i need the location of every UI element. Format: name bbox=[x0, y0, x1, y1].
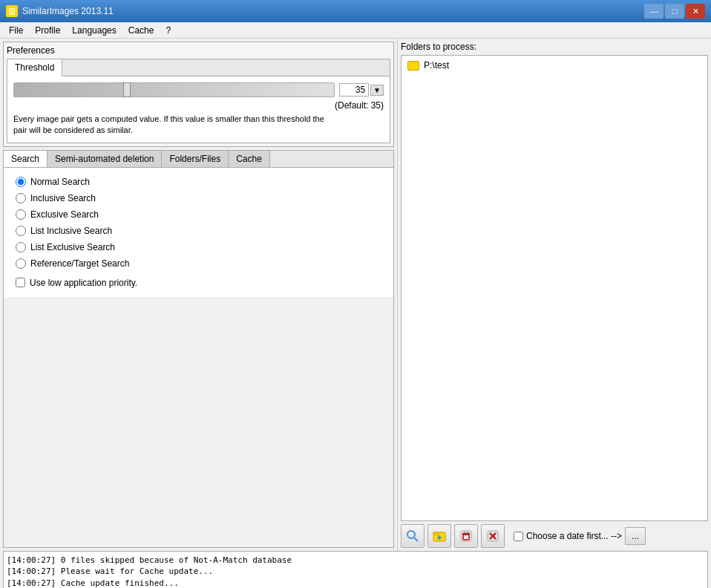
search-tab-headers: Search Semi-automated deletion Folders/F… bbox=[4, 151, 393, 168]
tab-cache[interactable]: Cache bbox=[229, 151, 270, 167]
menu-help[interactable]: ? bbox=[160, 24, 177, 37]
minimize-button[interactable]: — bbox=[644, 4, 664, 19]
radio-inclusive-search[interactable]: Inclusive Search bbox=[16, 193, 381, 203]
search-icon bbox=[406, 529, 419, 543]
radio-list-exclusive-search-label: List Exclusive Search bbox=[30, 242, 115, 252]
radio-reference-target-search[interactable]: Reference/Target Search bbox=[16, 258, 381, 269]
title-bar: 🖼 SimilarImages 2013.11 — □ ✕ bbox=[0, 0, 711, 22]
low-priority-checkbox-item[interactable]: Use low application priority. bbox=[16, 278, 381, 288]
cancel-button[interactable] bbox=[481, 524, 505, 548]
radio-list-exclusive-search-input[interactable] bbox=[16, 242, 26, 252]
menu-cache[interactable]: Cache bbox=[122, 24, 160, 37]
cancel-icon bbox=[486, 529, 499, 543]
log-area[interactable]: [14:00:27] 0 files skipped because of No… bbox=[3, 551, 708, 588]
log-line: [14:00:27] Cache update finished... bbox=[7, 578, 704, 588]
menu-languages[interactable]: Languages bbox=[66, 24, 122, 37]
window-title: SimilarImages 2013.11 bbox=[22, 6, 644, 16]
log-line: [14:00:27] 0 files skipped because of No… bbox=[7, 555, 704, 566]
app-icon: 🖼 bbox=[6, 5, 18, 17]
radio-list-inclusive-search-input[interactable] bbox=[16, 226, 26, 236]
tab-folders-files[interactable]: Folders/Files bbox=[162, 151, 229, 167]
main-content: Preferences Threshold ▼ (Default: 35) bbox=[0, 39, 711, 551]
threshold-tab-control: Threshold ▼ (Default: 35) Every image pa… bbox=[7, 59, 390, 143]
search-tab-content: Normal Search Inclusive Search Exclusive… bbox=[4, 168, 393, 297]
svg-line-1 bbox=[414, 538, 418, 541]
svg-point-0 bbox=[407, 531, 415, 538]
radio-inclusive-search-label: Inclusive Search bbox=[30, 193, 96, 203]
date-checkbox-item[interactable]: Choose a date first... --> bbox=[514, 531, 622, 541]
radio-inclusive-search-input[interactable] bbox=[16, 193, 26, 203]
svg-rect-10 bbox=[467, 532, 468, 534]
radio-list-inclusive-search-label: List Inclusive Search bbox=[30, 226, 112, 236]
search-tabs: Search Semi-automated deletion Folders/F… bbox=[3, 150, 394, 548]
folder-path: P:\test bbox=[424, 60, 449, 71]
threshold-tab-header[interactable]: Threshold bbox=[7, 59, 62, 76]
preferences-group: Preferences Threshold ▼ (Default: 35) bbox=[3, 42, 394, 147]
date-filter-label: Choose a date first... --> bbox=[526, 531, 622, 541]
svg-rect-9 bbox=[464, 532, 465, 534]
radio-list-inclusive-search[interactable]: List Inclusive Search bbox=[16, 226, 381, 236]
bottom-area: [14:00:27] 0 files skipped because of No… bbox=[0, 551, 711, 588]
slider-row: ▼ bbox=[13, 82, 384, 97]
radio-exclusive-search[interactable]: Exclusive Search bbox=[16, 209, 381, 220]
add-folder-icon bbox=[433, 529, 446, 543]
close-button[interactable]: ✕ bbox=[686, 4, 705, 19]
folder-item[interactable]: P:\test bbox=[404, 59, 704, 72]
threshold-value-container: ▼ bbox=[339, 83, 384, 97]
radio-exclusive-search-input[interactable] bbox=[16, 209, 26, 220]
search-radio-group: Normal Search Inclusive Search Exclusive… bbox=[16, 177, 381, 269]
radio-normal-search-label: Normal Search bbox=[30, 177, 90, 187]
date-picker-button[interactable]: ... bbox=[625, 527, 646, 545]
threshold-slider[interactable] bbox=[13, 82, 335, 97]
remove-folder-icon bbox=[459, 529, 473, 543]
search-button[interactable] bbox=[401, 524, 425, 548]
threshold-input[interactable] bbox=[339, 83, 369, 97]
radio-reference-target-search-label: Reference/Target Search bbox=[30, 258, 129, 269]
radio-normal-search-input[interactable] bbox=[16, 177, 26, 187]
folder-icon bbox=[407, 61, 419, 71]
left-panel: Preferences Threshold ▼ (Default: 35) bbox=[0, 39, 397, 551]
date-checkbox[interactable] bbox=[514, 532, 523, 541]
menu-file[interactable]: File bbox=[3, 24, 29, 37]
svg-rect-3 bbox=[433, 532, 439, 535]
tab-search[interactable]: Search bbox=[4, 151, 47, 167]
add-folder-button[interactable] bbox=[427, 524, 451, 548]
maximize-button[interactable]: □ bbox=[665, 4, 684, 19]
radio-exclusive-search-label: Exclusive Search bbox=[30, 209, 99, 220]
threshold-default: (Default: 35) bbox=[13, 100, 384, 111]
menu-profile[interactable]: Profile bbox=[29, 24, 66, 37]
threshold-tab-headers: Threshold bbox=[7, 59, 390, 76]
title-bar-buttons: — □ ✕ bbox=[644, 4, 705, 19]
radio-normal-search[interactable]: Normal Search bbox=[16, 177, 381, 187]
log-line: [14:00:27] Please wait for Cache update.… bbox=[7, 566, 704, 577]
low-priority-label: Use low application priority. bbox=[30, 278, 137, 288]
tab-semi-automated[interactable]: Semi-automated deletion bbox=[47, 151, 162, 167]
threshold-description: Every image pair gets a computed value. … bbox=[13, 114, 384, 137]
folders-list: P:\test bbox=[401, 55, 708, 521]
folders-label: Folders to process: bbox=[401, 42, 708, 52]
menu-bar: File Profile Languages Cache ? bbox=[0, 22, 711, 39]
right-panel: Folders to process: P:\test bbox=[397, 39, 711, 551]
preferences-label: Preferences bbox=[7, 45, 390, 56]
radio-reference-target-search-input[interactable] bbox=[16, 258, 26, 269]
action-buttons: Choose a date first... --> ... bbox=[401, 524, 708, 548]
threshold-tab-content: ▼ (Default: 35) Every image pair gets a … bbox=[7, 76, 390, 143]
threshold-dropdown[interactable]: ▼ bbox=[370, 85, 384, 96]
low-priority-checkbox[interactable] bbox=[16, 278, 25, 287]
radio-list-exclusive-search[interactable]: List Exclusive Search bbox=[16, 242, 381, 252]
remove-folder-button[interactable] bbox=[454, 524, 478, 548]
